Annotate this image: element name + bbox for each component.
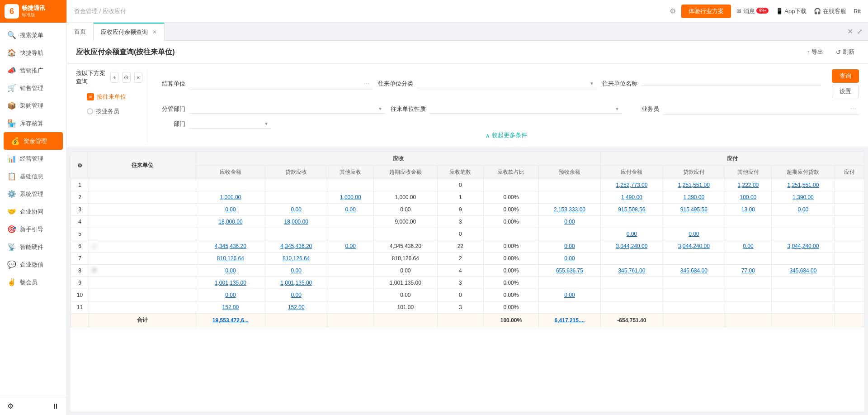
row-ap-amount[interactable]: 3,044,240.00 bbox=[601, 240, 663, 253]
filter-settings-btn[interactable]: ⊙ bbox=[122, 72, 130, 83]
row-ap-overdue[interactable]: 1,251,551.00 bbox=[771, 179, 835, 191]
dept-select[interactable]: ▼ bbox=[189, 119, 271, 129]
row-ar-amount[interactable]: 0.00 bbox=[196, 265, 265, 277]
row-ar-ratio: 0.00% bbox=[484, 265, 539, 277]
filter-option-partner[interactable]: w 按往来单位 bbox=[83, 91, 142, 103]
row-ar-amount[interactable]: 4,345,436.20 bbox=[196, 240, 265, 253]
tab-query[interactable]: 应收应付余额查询 ✕ bbox=[94, 23, 165, 41]
row-ar-amount[interactable]: 152.00 bbox=[196, 301, 265, 314]
tab-fullscreen-icon[interactable]: ⤢ bbox=[857, 27, 863, 36]
row-ap-overdue[interactable]: 1,390.00 bbox=[771, 191, 835, 204]
row-ap-overdue[interactable]: 3,044,240.00 bbox=[771, 240, 835, 253]
row-ap-overdue[interactable]: 345,684.00 bbox=[771, 265, 835, 277]
user-name[interactable]: Rit bbox=[854, 8, 861, 14]
filter-option-staff[interactable]: 按业务员 bbox=[83, 105, 142, 117]
row-ar-amount[interactable]: 1,000.00 bbox=[196, 191, 265, 204]
sidebar-item-sales[interactable]: 🛒 销售管理 bbox=[0, 79, 66, 97]
table-row: 418,000.0018,000.009,000.0030.00%0.00 bbox=[71, 216, 864, 228]
row-ar-loan[interactable]: 810,126.64 bbox=[265, 253, 327, 265]
row-ar-prepay[interactable]: 0.00 bbox=[538, 216, 600, 228]
sidebar-item-member[interactable]: ✌️ 畅会员 bbox=[0, 273, 66, 291]
export-button[interactable]: ↑ 导出 bbox=[802, 46, 828, 58]
row-ap-other[interactable]: 13.00 bbox=[725, 204, 772, 216]
row-ap-loan[interactable]: 345,684.00 bbox=[663, 265, 725, 277]
sidebar-item-quick-nav[interactable]: 🏠 快捷导航 bbox=[0, 44, 66, 62]
salesperson-input[interactable]: ··· bbox=[663, 103, 859, 115]
row-ar-other[interactable]: 0.00 bbox=[327, 204, 374, 216]
filter-add-btn[interactable]: + bbox=[110, 72, 118, 83]
tab-home[interactable]: 首页 bbox=[67, 23, 94, 41]
sidebar-item-hardware[interactable]: 📡 智能硬件 bbox=[0, 238, 66, 256]
row-ar-prepay[interactable]: 2,153,333.00 bbox=[538, 204, 600, 216]
col-settings-header[interactable]: ⚙ bbox=[71, 152, 89, 179]
sidebar-item-system[interactable]: ⚙️ 系统管理 bbox=[0, 185, 66, 203]
sidebar-item-finance[interactable]: 💰 资金管理 bbox=[4, 132, 63, 150]
row-ap-loan[interactable]: 0.00 bbox=[663, 228, 725, 240]
sidebar-item-purchase[interactable]: 📦 采购管理 bbox=[0, 97, 66, 114]
query-button[interactable]: 查询 bbox=[832, 69, 859, 83]
sidebar-item-marketing[interactable]: 📣 营销推广 bbox=[0, 62, 66, 79]
row-ar-amount bbox=[196, 179, 265, 191]
row-ar-amount[interactable]: 810,126.64 bbox=[196, 253, 265, 265]
row-ar-other[interactable]: 0.00 bbox=[327, 240, 374, 253]
row-ap-amount[interactable]: 915,508.56 bbox=[601, 204, 663, 216]
row-ar-amount[interactable]: 0.00 bbox=[196, 204, 265, 216]
row-ap-loan[interactable]: 915,495.56 bbox=[663, 204, 725, 216]
sidebar-item-base[interactable]: 📋 基础信息 bbox=[0, 167, 66, 185]
settlement-input[interactable]: ··· bbox=[189, 78, 373, 90]
row-ap-loan[interactable]: 1,251,551.00 bbox=[663, 179, 725, 191]
footer-ar-prepay[interactable]: 6,417,215.... bbox=[538, 314, 600, 327]
app-download-link[interactable]: 📱 App下载 bbox=[776, 7, 807, 15]
row-ap-other[interactable]: 1,222.00 bbox=[725, 179, 772, 191]
partner-name-input[interactable] bbox=[641, 82, 821, 86]
row-ap-other[interactable]: 0.00 bbox=[725, 240, 772, 253]
row-ar-loan[interactable]: 0.00 bbox=[265, 204, 327, 216]
dept-manage-select[interactable]: ▼ bbox=[189, 105, 385, 114]
row-ar-loan[interactable]: 152.00 bbox=[265, 301, 327, 314]
sidebar-item-wechat[interactable]: 💬 企业微信 bbox=[0, 256, 66, 273]
row-ar-amount[interactable]: 0.00 bbox=[196, 289, 265, 301]
row-ap-amount[interactable]: 0.00 bbox=[601, 228, 663, 240]
row-ar-prepay[interactable]: 0.00 bbox=[538, 240, 600, 253]
header-gear-icon[interactable]: ⚙ bbox=[670, 7, 676, 15]
row-ap-amount[interactable]: 1,490.00 bbox=[601, 191, 663, 204]
promo-button[interactable]: 体验行业方案 bbox=[681, 5, 731, 18]
partner-nature-select[interactable]: ▼ bbox=[429, 105, 622, 114]
row-ar-amount[interactable]: 18,000.00 bbox=[196, 216, 265, 228]
collapse-more-btn[interactable]: ∧ 收起更多条件 bbox=[154, 129, 859, 142]
row-ap-loan[interactable]: 3,044,240.00 bbox=[663, 240, 725, 253]
footer-settings-icon[interactable]: ⚙ bbox=[7, 402, 14, 410]
footer-collapse-icon[interactable]: ⏸ bbox=[52, 402, 59, 410]
row-ap-other[interactable]: 100.00 bbox=[725, 191, 772, 204]
tab-close-icon[interactable]: ✕ bbox=[152, 29, 157, 35]
row-ap-other[interactable]: 77.00 bbox=[725, 265, 772, 277]
partner-cat-select[interactable]: ▼ bbox=[417, 79, 597, 88]
row-ar-loan[interactable]: 4,345,436.20 bbox=[265, 240, 327, 253]
refresh-button[interactable]: ↺ 刷新 bbox=[831, 46, 859, 58]
tab-close-window-icon[interactable]: ✕ bbox=[847, 27, 853, 36]
row-ar-prepay[interactable]: 655,636.75 bbox=[538, 265, 600, 277]
row-ar-loan[interactable]: 1,001,135.00 bbox=[265, 277, 327, 289]
filter-collapse-btn[interactable]: « bbox=[134, 72, 142, 83]
row-ar-prepay[interactable]: 0.00 bbox=[538, 253, 600, 265]
row-ap-loan[interactable]: 1,390.00 bbox=[663, 191, 725, 204]
row-ar-prepay[interactable]: 0.00 bbox=[538, 289, 600, 301]
notifications-area[interactable]: ✉ 消息 99+ bbox=[736, 7, 769, 15]
sidebar-item-search[interactable]: 🔍 搜索菜单 bbox=[0, 26, 66, 44]
sidebar-item-operation[interactable]: 📊 经营管理 bbox=[0, 150, 66, 167]
setting-button[interactable]: 设置 bbox=[832, 85, 859, 98]
row-ap-amount[interactable]: 1,252,773.00 bbox=[601, 179, 663, 191]
sidebar-item-guide[interactable]: 🎯 新手引导 bbox=[0, 220, 66, 238]
row-ap-amount[interactable]: 345,761.00 bbox=[601, 265, 663, 277]
row-ap-overdue[interactable]: 0.00 bbox=[771, 204, 835, 216]
row-ar-loan[interactable]: 0.00 bbox=[265, 289, 327, 301]
filter-left: 按以下方案查询 + ⊙ « w 按往来单位 按业务员 bbox=[76, 69, 148, 142]
sidebar-item-enterprise[interactable]: 🤝 企业协同 bbox=[0, 203, 66, 220]
sidebar-item-inventory[interactable]: 🏪 库存核算 bbox=[0, 114, 66, 132]
row-ar-amount[interactable]: 1,001,135.00 bbox=[196, 277, 265, 289]
row-ar-loan[interactable]: 0.00 bbox=[265, 265, 327, 277]
footer-ar-amount[interactable]: 19,553,472,6... bbox=[196, 314, 265, 327]
online-service-link[interactable]: 🎧 在线客服 bbox=[814, 7, 846, 15]
row-ar-other[interactable]: 1,000.00 bbox=[327, 191, 374, 204]
row-ar-loan[interactable]: 18,000.00 bbox=[265, 216, 327, 228]
